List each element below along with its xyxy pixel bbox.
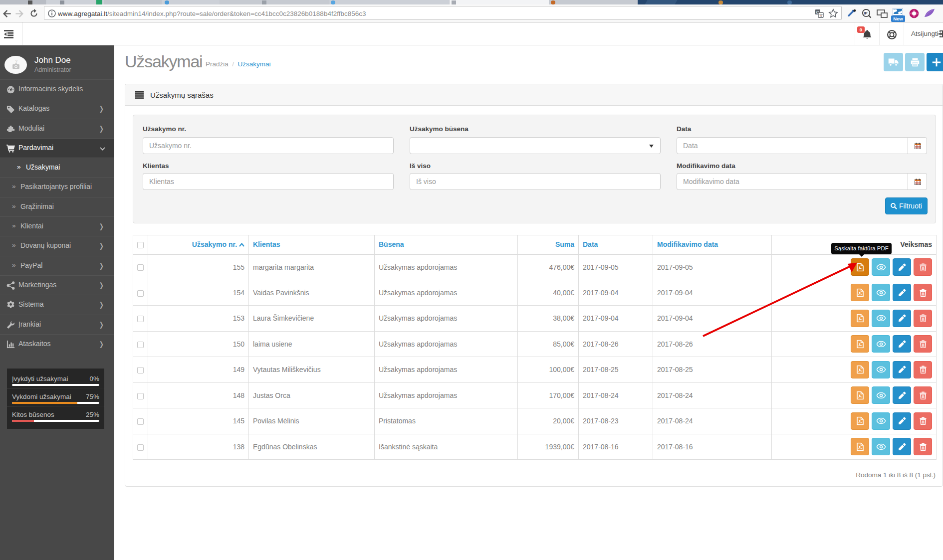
svg-text:IP: IP xyxy=(864,11,868,15)
svg-text:文: 文 xyxy=(819,13,823,18)
